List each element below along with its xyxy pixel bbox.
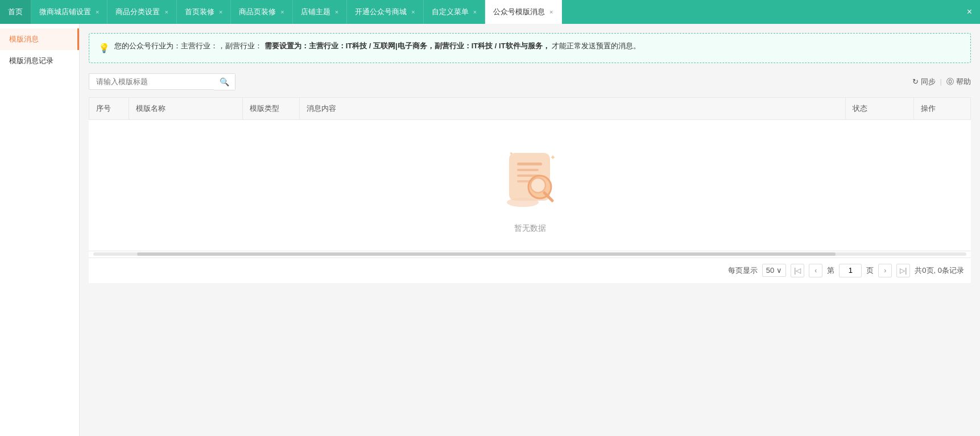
tab-open-wxshop-close[interactable]: × (411, 9, 415, 15)
help-circle-icon: ⓪ (946, 77, 954, 87)
sidebar-item-template-msg-log-label: 模版消息记录 (9, 56, 53, 65)
pagination: 每页显示 50 ∨ |◁ ‹ 第 页 › ▷| 共0页, 0条记录 (89, 258, 971, 283)
col-header-type: 模版类型 (243, 97, 300, 119)
horizontal-scrollbar[interactable] (89, 251, 971, 258)
tab-home[interactable]: 首页 (0, 0, 31, 24)
prev-page-icon: ‹ (814, 267, 817, 275)
last-page-icon: ▷| (900, 267, 907, 275)
refresh-icon: ↻ (912, 77, 919, 86)
tab-template-msg[interactable]: 公众号模版消息 × (485, 0, 561, 24)
tab-product-page-decor-close[interactable]: × (280, 9, 284, 15)
col-header-name: 模版名称 (129, 97, 243, 119)
right-actions: ↻ 同步 | ⓪ 帮助 (912, 77, 971, 87)
tab-homepage-decor[interactable]: 首页装修 × (177, 0, 231, 24)
prev-page-button[interactable]: ‹ (809, 264, 822, 277)
tab-custom-menu-label: 自定义菜单 (432, 7, 469, 17)
tab-custom-menu[interactable]: 自定义菜单 × (424, 0, 485, 24)
sidebar: 模版消息 模版消息记录 (0, 24, 80, 436)
svg-rect-1 (517, 163, 542, 165)
page-number-input[interactable] (839, 264, 862, 277)
sync-button[interactable]: ↻ 同步 (912, 77, 936, 87)
search-icon: 🔍 (220, 77, 229, 86)
first-page-icon: |◁ (794, 267, 801, 275)
notice-prefix: 您的公众号行业为：主营行业：，副营行业： (114, 41, 262, 50)
empty-state: ✦ ✦ 暂无数据 (89, 120, 971, 251)
col-header-status: 状态 (846, 97, 914, 119)
search-bar: 🔍 ↻ 同步 | ⓪ 帮助 (89, 73, 971, 90)
tab-homepage-decor-close[interactable]: × (219, 9, 222, 15)
tab-template-msg-close[interactable]: × (549, 9, 553, 15)
notice-suffix: 才能正常发送预置的消息。 (552, 41, 640, 50)
action-divider: | (940, 77, 942, 86)
data-table: 序号 模版名称 模版类型 消息内容 状态 操作 (89, 97, 971, 251)
first-page-button[interactable]: |◁ (791, 264, 804, 277)
tab-homepage-decor-label: 首页装修 (185, 7, 214, 17)
notice-banner: 💡 您的公众号行业为：主营行业：，副营行业： 需要设置为：主营行业：IT科技 /… (89, 33, 971, 63)
svg-point-6 (531, 178, 545, 193)
sidebar-item-template-msg-log[interactable]: 模版消息记录 (0, 50, 79, 72)
tab-wshop-settings[interactable]: 微商城店铺设置 × (31, 0, 107, 24)
tab-wshop-label: 微商城店铺设置 (39, 7, 91, 17)
notice-text: 您的公众号行业为：主营行业：，副营行业： 需要设置为：主营行业：IT科技 / 互… (114, 40, 640, 52)
tab-open-wxshop-label: 开通公众号商城 (355, 7, 407, 17)
per-page-select[interactable]: 50 ∨ (762, 264, 786, 277)
tab-wshop-close[interactable]: × (96, 9, 99, 15)
tab-shop-theme-close[interactable]: × (335, 9, 338, 15)
table-body: ✦ ✦ 暂无数据 (89, 119, 971, 251)
sidebar-item-template-msg[interactable]: 模版消息 (0, 28, 79, 50)
scroll-track (93, 252, 966, 256)
scroll-thumb (137, 252, 836, 256)
main-layout: 模版消息 模版消息记录 💡 您的公众号行业为：主营行业：，副营行业： 需要设置为… (0, 24, 980, 436)
sidebar-item-template-msg-label: 模版消息 (9, 35, 39, 43)
tab-product-category-label: 商品分类设置 (115, 7, 160, 17)
tab-shop-theme[interactable]: 店铺主题 × (293, 0, 347, 24)
tab-product-category-close[interactable]: × (164, 9, 168, 15)
col-header-content: 消息内容 (300, 97, 846, 119)
search-left: 🔍 (89, 73, 235, 90)
tab-product-page-decor[interactable]: 商品页装修 × (231, 0, 292, 24)
col-header-seq: 序号 (89, 97, 129, 119)
table-empty-row: ✦ ✦ 暂无数据 (89, 119, 971, 251)
top-navigation: 首页 微商城店铺设置 × 商品分类设置 × 首页装修 × 商品页装修 × 店铺主… (0, 0, 980, 24)
sync-label: 同步 (921, 77, 936, 87)
table-header: 序号 模版名称 模版类型 消息内容 状态 操作 (89, 97, 971, 119)
tab-product-page-decor-label: 商品页装修 (239, 7, 276, 17)
col-header-action: 操作 (914, 97, 971, 119)
total-info: 共0页, 0条记录 (915, 265, 964, 276)
next-page-icon: › (884, 267, 886, 275)
empty-text: 暂无数据 (89, 223, 971, 234)
tab-open-wxshop[interactable]: 开通公众号商城 × (347, 0, 423, 24)
global-close-button[interactable]: × (959, 0, 980, 24)
tab-product-category[interactable]: 商品分类设置 × (107, 0, 176, 24)
tab-custom-menu-close[interactable]: × (473, 9, 477, 15)
search-button[interactable]: 🔍 (214, 73, 235, 90)
tab-home-label: 首页 (8, 7, 23, 17)
search-input[interactable] (89, 73, 214, 90)
last-page-button[interactable]: ▷| (896, 264, 910, 277)
tab-shop-theme-label: 店铺主题 (301, 7, 330, 17)
help-button[interactable]: ⓪ 帮助 (946, 77, 971, 87)
chevron-down-icon: ∨ (776, 266, 782, 275)
page-label-pre: 第 (827, 265, 834, 276)
svg-text:✦: ✦ (509, 151, 514, 156)
content-area: 💡 您的公众号行业为：主营行业：，副营行业： 需要设置为：主营行业：IT科技 /… (80, 24, 980, 436)
notice-highlight: 需要设置为：主营行业：IT科技 / 互联网|电子商务，副营行业：IT科技 / I… (264, 41, 550, 50)
per-page-value: 50 (766, 266, 774, 275)
empty-illustration: ✦ ✦ (493, 143, 567, 217)
per-page-label: 每页显示 (728, 265, 758, 276)
help-label: 帮助 (956, 77, 971, 87)
bulb-icon: 💡 (98, 41, 110, 56)
next-page-button[interactable]: › (878, 264, 892, 277)
table-header-row: 序号 模版名称 模版类型 消息内容 状态 操作 (89, 97, 971, 119)
svg-text:✦: ✦ (550, 153, 556, 161)
svg-rect-2 (517, 169, 539, 171)
page-label-post: 页 (866, 265, 874, 276)
tab-template-msg-label: 公众号模版消息 (493, 7, 545, 17)
